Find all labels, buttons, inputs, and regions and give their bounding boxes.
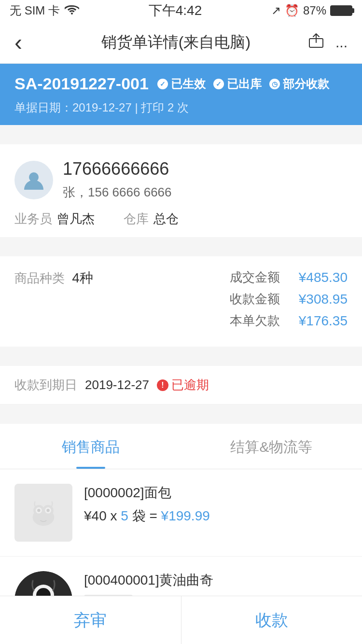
status-bar: 无 SIM 卡 下午4:42 ↗ ⏰ 87% [0,0,362,21]
tabs-section: 销售商品 结算&物流等 [0,424,362,469]
customer-name: 张，156 6666 6666 [63,184,172,201]
overdue-text: 已逾期 [171,377,209,393]
cancel-review-label: 弃审 [74,609,107,631]
clock-icon: ◷ [269,79,280,89]
product-types-label: 商品种类 [14,271,65,285]
order-id: SA-20191227-001 [14,74,149,93]
collect-payment-button[interactable]: 收款 [181,596,362,644]
summary-section: 商品种类 4种 成交金额 ¥485.30 收款金额 ¥308.95 本单欠款 ¥… [0,256,362,347]
due-date-value: 2019-12-27 [85,378,149,392]
check-icon-activated: ✓ [157,79,168,89]
debt-amount-label: 本单欠款 [230,312,280,329]
print-count: 2 [167,101,174,114]
badge-partial-payment: ◷ 部分收款 [269,76,329,92]
share-icon[interactable] [308,33,324,52]
product-item: [0000002]面包 ¥40 x 5 袋 = ¥199.99 [0,469,362,557]
customer-row: 17666666666 张，156 6666 6666 [14,159,348,201]
back-button[interactable]: ‹ [14,29,43,56]
customer-details: 17666666666 张，156 6666 6666 [63,159,172,201]
battery-percent: 87% [303,4,326,17]
overdue-icon: ! [157,379,168,391]
header-date-row: 单据日期：2019-12-27 | 打印 2 次 [14,100,348,115]
product-code-1: [0000002]面包 [84,484,348,502]
carrier-text: 无 SIM 卡 [10,3,60,18]
tab-settlement[interactable]: 结算&物流等 [181,424,362,469]
product-total-1: ¥199.99 [161,508,210,523]
order-date: 2019-12-27 [72,101,132,114]
page-title: 销货单详情(来自电脑) [101,32,251,53]
deal-amount-label: 成交金额 [230,269,280,286]
location-icon: ↗ [271,4,281,17]
received-amount-label: 收款金额 [230,291,280,308]
deal-amount-row: 成交金额 ¥485.30 [230,269,348,286]
product-code-2: [000400001]黄油曲奇 [84,571,348,589]
debt-amount-value: ¥176.35 [290,313,348,329]
nav-actions: ... [308,33,348,52]
warehouse-item: 仓库 总仓 [124,210,179,227]
header-banner: SA-20191227-001 ✓ 已生效 ✓ 已出库 ◷ 部分收款 [0,64,362,125]
product-info-1: [0000002]面包 ¥40 x 5 袋 = ¥199.99 [84,484,348,525]
cancel-review-button[interactable]: 弃审 [0,596,181,644]
order-id-row: SA-20191227-001 ✓ 已生效 ✓ 已出库 ◷ 部分收款 [14,74,348,93]
received-amount-value: ¥308.95 [290,292,348,307]
more-icon[interactable]: ... [335,34,348,51]
status-left: 无 SIM 卡 [10,3,79,18]
customer-phone: 17666666666 [63,159,172,179]
date-label: 单据日期： [14,101,72,114]
wifi-icon [65,4,79,17]
badge-activated: ✓ 已生效 [157,76,206,92]
salesperson-value: 曾凡杰 [57,210,95,227]
salesperson-label: 业务员 [14,210,52,227]
overdue-indicator: ! 已逾期 [157,377,209,393]
header-badges: ✓ 已生效 ✓ 已出库 ◷ 部分收款 [157,76,329,92]
status-right: ↗ ⏰ 87% [271,4,352,17]
due-date-label: 收款到期日 [14,377,77,393]
battery-icon [330,5,352,16]
warehouse-value: 总仓 [153,210,179,227]
status-time: 下午4:42 [149,1,202,20]
salesperson-item: 业务员 曾凡杰 [14,210,95,227]
product-thumbnail-1 [14,484,72,542]
bottom-bar: 弃审 收款 [0,596,362,644]
print-label: 打印 [141,101,164,114]
tabs-row: 销售商品 结算&物流等 [0,424,362,469]
received-amount-row: 收款金额 ¥308.95 [230,291,348,308]
product-price-1: ¥40 x 5 袋 = ¥199.99 [84,507,348,525]
nav-bar: ‹ 销货单详情(来自电脑) ... [0,21,362,64]
collect-payment-label: 收款 [255,609,288,631]
due-date-section: 收款到期日 2019-12-27 ! 已逾期 [0,366,362,405]
warehouse-label: 仓库 [124,210,149,227]
deal-amount-value: ¥485.30 [290,270,348,285]
tab-sales-products[interactable]: 销售商品 [0,424,181,469]
customer-section: 17666666666 张，156 6666 6666 业务员 曾凡杰 仓库 总… [0,144,362,237]
product-types-value: 4种 [72,270,93,285]
badge-shipped: ✓ 已出库 [213,76,262,92]
amount-summary: 成交金额 ¥485.30 收款金额 ¥308.95 本单欠款 ¥176.35 [230,269,348,334]
alarm-icon: ⏰ [285,4,299,17]
product-placeholder-1 [14,484,72,542]
product-qty-1: 5 [121,508,128,523]
print-separator: | [135,101,141,114]
customer-meta: 业务员 曾凡杰 仓库 总仓 [14,210,348,227]
debt-amount-row: 本单欠款 ¥176.35 [230,312,348,329]
check-icon-shipped: ✓ [213,79,224,89]
avatar [14,161,53,199]
svg-point-7 [37,509,40,512]
svg-point-8 [46,509,49,512]
product-types: 商品种类 4种 [14,269,93,287]
print-unit: 次 [177,101,189,114]
